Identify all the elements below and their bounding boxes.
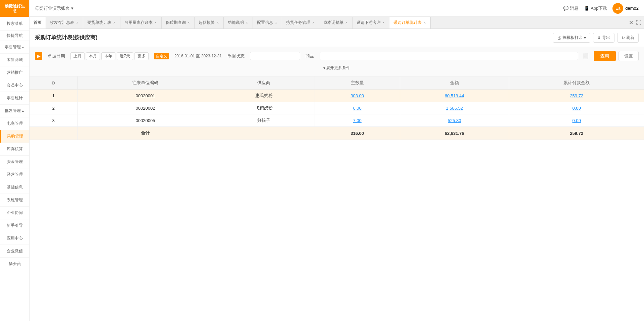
page-content: 采购订单统计表(按供应商) 🖨 按模板打印 ▾ ⬇ 导出 ↻ 刷新 — [30, 29, 644, 321]
sidebar-item-10[interactable]: 经营管理 — [0, 168, 29, 181]
date-btn-this-month[interactable]: 本月 — [86, 52, 100, 60]
tab-close-icon[interactable]: × — [187, 20, 191, 25]
refresh-label: 刷新 — [626, 35, 634, 41]
sidebar-item-12[interactable]: 系统管理 — [0, 194, 29, 207]
tab-7[interactable]: 配置信息× — [253, 17, 282, 29]
sidebar-item-3[interactable]: 会员中心 — [0, 79, 29, 92]
custom-date-badge: 自定义 — [154, 53, 169, 59]
row-code: 00020002 — [77, 102, 213, 114]
sidebar-item-6[interactable]: 电商管理 — [0, 117, 29, 130]
sidebar-item-7[interactable]: 采购管理 — [0, 130, 29, 143]
tab-4[interactable]: 保质期查询× — [162, 17, 195, 29]
message-button[interactable]: 💬 消息 — [563, 5, 579, 11]
sidebar-item-4[interactable]: 零售统计 — [0, 92, 29, 105]
sidebar-item-13[interactable]: 企业协同 — [0, 207, 29, 219]
expand-more-conditions-button[interactable]: ▾ 展开更多条件 — [323, 65, 350, 71]
row-quantity: 303.00 — [315, 90, 400, 102]
row-supplier: 好孩子 — [213, 114, 315, 127]
tab-0[interactable]: 首页 — [30, 17, 46, 29]
tab-close-icon[interactable]: × — [154, 20, 157, 25]
date-btn-last-month[interactable]: 上月 — [70, 52, 85, 60]
tab-6[interactable]: 功能说明× — [224, 17, 253, 29]
page-header: 采购订单统计表(按供应商) 🖨 按模板打印 ▾ ⬇ 导出 ↻ 刷新 — [30, 29, 644, 47]
filter-toggle-button[interactable]: ▶ — [35, 52, 42, 60]
tab-8[interactable]: 拣货任务管理× — [282, 17, 319, 29]
print-button[interactable]: 🖨 按模板打印 ▾ — [553, 33, 590, 43]
sidebar-item-15[interactable]: 应用中心 — [0, 232, 29, 245]
table-row[interactable]: 1 00020001 惠氏奶粉 303.00 60,519.44 259.72 — [30, 90, 644, 102]
tab-close-icon[interactable]: × — [274, 20, 278, 25]
row-amount: 525.80 — [400, 114, 509, 127]
tab-5[interactable]: 超储预警× — [195, 17, 224, 29]
tab-bar: 首页收发存汇总表×要货单统计表×可用量库存账本×保质期查询×超储预警×功能说明×… — [30, 17, 644, 29]
date-filter-label: 单据日期 — [48, 53, 65, 59]
sidebar-item-17[interactable]: 畅会员 — [0, 258, 29, 270]
maximize-tab-button[interactable]: ⛶ — [636, 20, 641, 26]
tab-label: 要货单统计表 — [87, 20, 111, 25]
sidebar-item-14[interactable]: 新手引导 — [0, 219, 29, 232]
goods-filter-label: 商品 — [306, 53, 314, 59]
date-btn-this-year[interactable]: 本年 — [101, 52, 115, 60]
footer-quantity: 316.00 — [315, 127, 400, 140]
date-shortcut-buttons: 上月 本月 本年 近7天 更多 — [70, 52, 149, 60]
footer-label: 合计 — [77, 127, 213, 140]
sidebar-item-8[interactable]: 库存核算 — [0, 143, 29, 156]
sidebar-item-16[interactable]: 企业微信 — [0, 245, 29, 258]
tab-3[interactable]: 可用量库存账本× — [120, 17, 162, 29]
tab-close-icon[interactable]: × — [382, 20, 385, 25]
tab-close-icon[interactable]: × — [113, 20, 116, 25]
app-download-button[interactable]: 📱 App下载 — [584, 5, 607, 11]
purchase-order-table: ⚙ 往来单位编码 供应商 主数量 金额 累计付款金额 1 00020001 惠氏… — [30, 76, 644, 140]
logo-text: 畅捷通好生意 — [3, 4, 26, 13]
tab-close-icon[interactable]: × — [423, 20, 426, 25]
page-header-actions: 🖨 按模板打印 ▾ ⬇ 导出 ↻ 刷新 — [553, 33, 639, 43]
tab-close-icon[interactable]: × — [312, 20, 315, 25]
user-menu[interactable]: Ea demo2 — [612, 3, 639, 14]
quick-nav-section: 快捷导航 — [0, 31, 29, 41]
export-button[interactable]: ⬇ 导出 — [593, 33, 614, 43]
date-btn-more[interactable]: 更多 — [135, 52, 149, 60]
tab-1[interactable]: 收发存汇总表× — [46, 17, 83, 29]
query-button[interactable]: 查询 — [594, 51, 616, 61]
tab-label: 首页 — [34, 20, 42, 25]
tab-10[interactable]: 邀请下游客户× — [353, 17, 390, 29]
status-select-wrapper — [250, 52, 300, 60]
table-row[interactable]: 3 00020005 好孩子 7.00 525.80 0.00 — [30, 114, 644, 127]
more-options-button[interactable]: ··· — [584, 53, 588, 59]
tab-actions: ✕ ⛶ — [626, 19, 644, 26]
tab-label: 可用量库存账本 — [124, 20, 153, 25]
status-select[interactable] — [250, 52, 300, 60]
sidebar-item-9[interactable]: 资金管理 — [0, 156, 29, 168]
goods-search-input[interactable] — [320, 52, 578, 60]
settings-button[interactable]: 设置 — [619, 51, 639, 61]
workspace-selector[interactable]: 母婴行业演示账套 ▾ — [35, 5, 73, 11]
sidebar-item-5[interactable]: 批发管理▲ — [0, 105, 29, 117]
table-body: 1 00020001 惠氏奶粉 303.00 60,519.44 259.72 … — [30, 90, 644, 127]
refresh-button[interactable]: ↻ 刷新 — [617, 33, 639, 43]
sidebar-item-0[interactable]: 零售管理▲ — [0, 41, 29, 54]
date-btn-7days[interactable]: 近7天 — [117, 52, 133, 60]
sidebar-item-2[interactable]: 营销推广 — [0, 66, 29, 79]
tab-close-icon[interactable]: × — [216, 20, 219, 25]
app-download-label: App下载 — [591, 5, 607, 11]
search-menu-button[interactable]: 搜索菜单 — [2, 19, 27, 28]
close-tab-button[interactable]: ✕ — [629, 19, 633, 26]
print-label: 按模板打印 — [562, 35, 583, 41]
row-code: 00020001 — [77, 90, 213, 102]
tab-9[interactable]: 成本调整单× — [319, 17, 353, 29]
tab-close-icon[interactable]: × — [245, 20, 249, 25]
table-row[interactable]: 2 00020002 飞鹤奶粉 6.00 1,586.52 0.00 — [30, 102, 644, 114]
sidebar-item-11[interactable]: 基础信息 — [0, 181, 29, 194]
tab-2[interactable]: 要货单统计表× — [83, 17, 120, 29]
message-icon: 💬 — [563, 6, 569, 11]
filter-expand-row: ▾ 展开更多条件 — [35, 64, 639, 72]
settings-icon: ⚙ — [51, 81, 55, 86]
quick-nav-button[interactable]: 快捷导航 — [3, 33, 26, 39]
tab-11[interactable]: 采购订单统计表× — [389, 17, 431, 29]
tab-close-icon[interactable]: × — [75, 20, 79, 25]
filter-area: ▶ 单据日期 上月 本月 本年 近7天 更多 自定义 2016-01-01 至 … — [30, 47, 644, 76]
th-settings[interactable]: ⚙ — [30, 76, 77, 90]
row-index: 3 — [30, 114, 77, 127]
tab-close-icon[interactable]: × — [345, 20, 348, 25]
sidebar-item-1[interactable]: 零售商城 — [0, 54, 29, 66]
